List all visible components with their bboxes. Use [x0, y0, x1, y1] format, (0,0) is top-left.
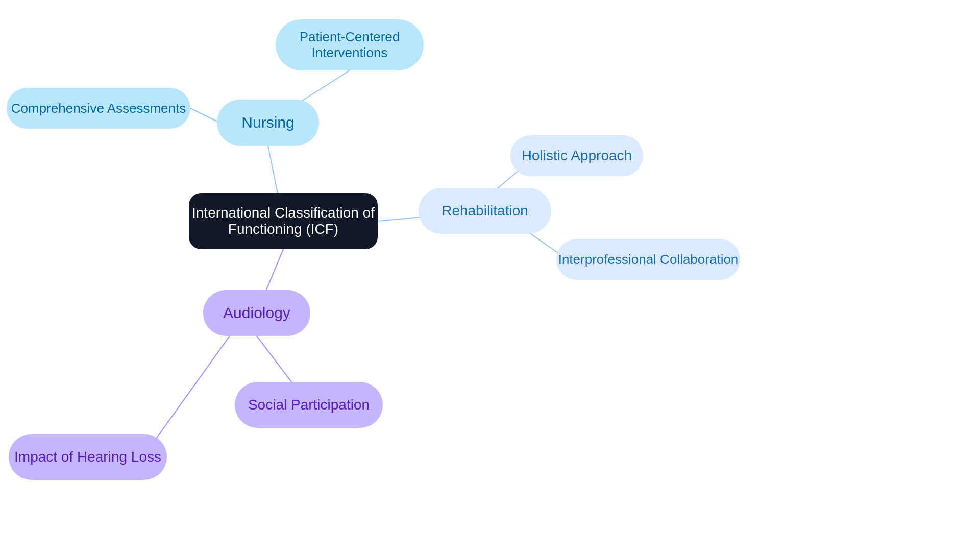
center-node-label: International Classification of Function…: [192, 205, 375, 237]
nursing-node-label: Nursing: [241, 114, 294, 131]
audiology-node: Audiology: [203, 290, 310, 336]
center-node: International Classification of Function…: [189, 193, 378, 249]
interprofessional-node-label: Interprofessional Collaboration: [558, 252, 739, 268]
comprehensive-node-label: Comprehensive Assessments: [11, 101, 186, 116]
svg-line-2: [190, 108, 219, 123]
comprehensive-node: Comprehensive Assessments: [7, 88, 190, 129]
holistic-node-label: Holistic Approach: [522, 148, 632, 164]
social-node: Social Participation: [235, 382, 383, 428]
nursing-node: Nursing: [217, 100, 319, 146]
social-node-label: Social Participation: [248, 397, 370, 413]
patient-node: Patient-Centered Interventions: [276, 19, 424, 70]
interprofessional-node: Interprofessional Collaboration: [556, 239, 740, 280]
patient-node-label: Patient-Centered Interventions: [300, 29, 400, 61]
impact-node: Impact of Hearing Loss: [9, 434, 167, 480]
rehabilitation-node: Rehabilitation: [419, 188, 551, 234]
audiology-node-label: Audiology: [223, 304, 290, 322]
rehabilitation-node-label: Rehabilitation: [442, 203, 528, 219]
impact-node-label: Impact of Hearing Loss: [14, 449, 161, 465]
holistic-node: Holistic Approach: [510, 135, 643, 176]
